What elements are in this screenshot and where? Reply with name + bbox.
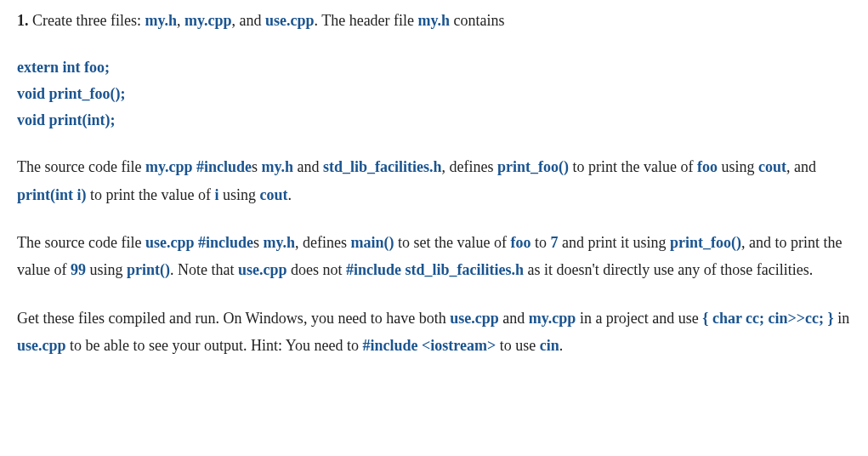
code: my.h [263,234,295,251]
filename: my.h [418,12,451,29]
text: The source code file [17,234,145,251]
text: does not [287,261,347,278]
filename: my.h [145,12,177,29]
filename: my.cpp [184,12,232,29]
code: use.cpp [17,337,66,354]
paragraph-3: The source code file use.cpp #includes m… [17,229,851,284]
text: to use [496,337,540,354]
code: use.cpp [238,261,287,278]
exercise-number: 1. [17,12,29,29]
text: s [252,158,262,175]
code: #include std_lib_facilities.h [346,261,524,278]
text: to [530,234,550,251]
code: #include <iostream> [362,337,496,354]
code: print_foo() [670,234,741,251]
code: main() [350,234,394,251]
text: and print it using [558,234,670,251]
text: using [718,158,758,175]
code: cin [540,337,559,354]
code-line: extern int foo; [17,54,851,81]
text: as it doesn't directly use any of those … [524,261,813,278]
code: print(int i) [17,186,87,203]
text: . Note that [170,261,238,278]
text: in [834,310,850,327]
text: , defines [295,234,350,251]
text: . [288,186,292,203]
text: , and [786,158,816,175]
code: foo [697,158,718,175]
text: to be able to see your output. Hint: You… [66,337,363,354]
text: contains [450,12,505,29]
code: foo [510,234,530,251]
code: print_foo() [497,158,569,175]
code: cout [758,158,786,175]
code: cout [260,186,288,203]
text: to print the value of [87,186,215,203]
text: using [219,186,260,203]
filename: use.cpp [265,12,315,29]
code: 99 [71,261,86,278]
text: , defines [442,158,497,175]
code-line: void print_foo(); [17,81,851,107]
text: , and [231,12,265,29]
text: Create three files: [29,12,145,29]
code: my.cpp #include [145,158,252,175]
text: and [293,158,323,175]
text: The source code file [17,158,145,175]
text: . [559,337,564,354]
code: std_lib_facilities.h [323,158,442,175]
code-line: void print(int); [17,107,851,134]
code: my.h [261,158,293,175]
code: { char cc; cin>>cc; } [702,310,833,327]
text: to print the value of [569,158,697,175]
code: use.cpp [450,310,499,327]
paragraph-2: The source code file my.cpp #includes my… [17,153,851,208]
text: Get these files compiled and run. On Win… [17,310,450,327]
code: print() [127,261,170,278]
text: in a project and use [576,310,702,327]
paragraph-1: 1. Create three files: my.h, my.cpp, and… [17,7,851,34]
text: , [177,12,184,29]
text: s [253,234,264,251]
paragraph-4: Get these files compiled and run. On Win… [17,305,851,360]
text: . The header file [314,12,417,29]
code: my.cpp [529,310,576,327]
code-block: extern int foo; void print_foo(); void p… [17,54,851,133]
code: use.cpp #include [145,234,253,251]
text: to set the value of [394,234,510,251]
text: and [499,310,529,327]
text: using [86,261,127,278]
